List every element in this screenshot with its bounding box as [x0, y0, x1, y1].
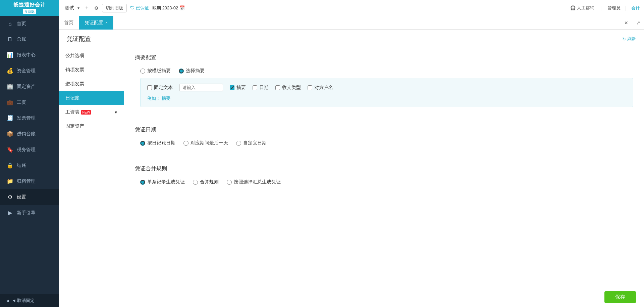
- radio-template-input[interactable]: [140, 69, 145, 74]
- project-name: 测试: [65, 5, 74, 11]
- radio-template-label[interactable]: 按模版摘要: [140, 68, 171, 74]
- left-menu-payroll[interactable]: 工资表 NEW ▾: [59, 105, 124, 119]
- radio-journal-date-input[interactable]: [140, 141, 145, 146]
- summary-section: 摘要配置 按模版摘要 选择摘要: [135, 54, 633, 107]
- sidebar-item-settings[interactable]: ⚙ 设置: [0, 189, 59, 205]
- radio-journal-date-label[interactable]: 按日记账日期: [140, 140, 175, 146]
- merge-section: 凭证合并规则 单条记录生成凭证 合并规则: [135, 165, 633, 185]
- radio-period-last-text: 对应期间最后一天: [191, 140, 228, 146]
- radio-period-last-input[interactable]: [183, 141, 189, 146]
- new-badge: NEW: [81, 110, 91, 115]
- tab-voucher-config[interactable]: 凭证配置 ×: [79, 16, 113, 30]
- checkbox-payment-input[interactable]: [275, 85, 280, 90]
- radio-merge-label[interactable]: 合并规则: [193, 179, 219, 185]
- radio-single-input[interactable]: [140, 180, 145, 185]
- tax-icon: 🔖: [7, 146, 13, 153]
- sidebar-item-report[interactable]: 📊 报表中心: [0, 47, 59, 63]
- settings-icon[interactable]: ⚙: [94, 5, 99, 11]
- radio-select-text: 选择摘要: [186, 68, 205, 74]
- invoice-icon: 🧾: [7, 115, 13, 121]
- radio-period-last-label[interactable]: 对应期间最后一天: [183, 140, 228, 146]
- certified-badge: 🛡 已认证: [130, 5, 149, 11]
- radio-custom-date-input[interactable]: [236, 141, 241, 146]
- old-version-button[interactable]: 切到旧版: [102, 4, 127, 12]
- radio-merge-input[interactable]: [193, 180, 198, 185]
- checkbox-counterpart-input[interactable]: [308, 85, 312, 90]
- logo-title: 畅捷通好会计: [13, 2, 46, 8]
- checkbox-summary-label[interactable]: 摘要: [230, 85, 246, 91]
- consult-button[interactable]: 🎧 人工咨询: [570, 5, 594, 11]
- checkbox-counterpart-label[interactable]: 对方户名: [308, 85, 333, 91]
- merge-radio-group: 单条记录生成凭证 合并规则 按照选择汇总生成凭证: [140, 179, 633, 185]
- cancel-fixed-label: ◄ 取消固定: [12, 298, 35, 304]
- radio-single-text: 单条记录生成凭证: [147, 179, 185, 185]
- left-menu-purchase-invoice[interactable]: 进项发票: [59, 77, 124, 91]
- sidebar-item-home[interactable]: ⌂ 首页: [0, 16, 59, 32]
- tab-bar-expand-button[interactable]: ⤢: [632, 16, 644, 30]
- cancel-fixed-button[interactable]: ◄ ◄ 取消固定: [0, 294, 59, 307]
- sidebar-label-settings: 设置: [17, 194, 26, 200]
- page-header: 凭证配置 ↻ 刷新: [59, 30, 644, 46]
- add-icon[interactable]: ＋: [84, 4, 90, 11]
- radio-select-label[interactable]: 选择摘要: [179, 68, 205, 74]
- left-menu-journal[interactable]: 日记账: [59, 91, 124, 105]
- summary-options: 固定文本 摘要 日期: [147, 84, 626, 91]
- radio-select-input[interactable]: [179, 69, 184, 74]
- radio-summary-label[interactable]: 按照选择汇总生成凭证: [227, 179, 281, 185]
- summary-config-box: 固定文本 摘要 日期: [140, 78, 633, 107]
- left-menu-fixed-assets[interactable]: 固定资产: [59, 119, 124, 133]
- checkbox-fixed-text-input[interactable]: [147, 85, 152, 90]
- sidebar-item-invoice[interactable]: 🧾 发票管理: [0, 110, 59, 126]
- accountant-label[interactable]: 会计: [631, 5, 640, 11]
- home-icon: ⌂: [7, 21, 13, 27]
- sales-icon: 📦: [7, 131, 13, 137]
- example-prefix: 例如：: [147, 96, 160, 101]
- checkbox-date-input[interactable]: [253, 85, 257, 90]
- sidebar-item-close[interactable]: 🔒 结账: [0, 158, 59, 173]
- refresh-label: 刷新: [627, 36, 636, 42]
- example-text: 例如： 摘要: [147, 95, 626, 101]
- sidebar-item-tax[interactable]: 🔖 税务管理: [0, 142, 59, 158]
- sidebar-label-home: 首页: [17, 21, 26, 27]
- checkbox-fixed-text-label[interactable]: 固定文本: [147, 85, 173, 91]
- tab-close-icon[interactable]: ×: [105, 20, 108, 25]
- sidebar-item-sales[interactable]: 📦 进销台账: [0, 126, 59, 142]
- sidebar-item-capital[interactable]: 💰 资金管理: [0, 63, 59, 79]
- checkbox-summary-text: 摘要: [236, 85, 246, 91]
- checkbox-summary-input[interactable]: [230, 85, 234, 90]
- divider-3: [135, 196, 633, 196]
- admin-label[interactable]: 管理员: [607, 5, 621, 11]
- sidebar-label-guide: 新手引导: [17, 210, 36, 216]
- summary-section-title: 摘要配置: [135, 54, 633, 61]
- left-menu-public[interactable]: 公共选项: [59, 49, 124, 63]
- close-ledger-icon: 🔒: [7, 162, 13, 169]
- sidebar-item-guide[interactable]: ▶ 新手引导: [0, 205, 59, 221]
- dropdown-icon[interactable]: ▾: [77, 6, 79, 10]
- save-bar: 保存: [124, 287, 644, 307]
- tab-home[interactable]: 首页: [59, 16, 79, 30]
- sidebar-item-salary[interactable]: 💼 工资: [0, 94, 59, 110]
- tab-bar: 首页 凭证配置 × ✕ ⤢: [59, 16, 644, 30]
- menu-label-sales-invoice: 销项发票: [65, 67, 84, 73]
- fixed-text-field[interactable]: [179, 84, 223, 91]
- radio-template-text: 按模版摘要: [147, 68, 171, 74]
- left-menu-sales-invoice[interactable]: 销项发票: [59, 63, 124, 77]
- tab-bar-close-button[interactable]: ✕: [620, 16, 632, 30]
- sidebar-item-assets[interactable]: 🏢 固定资产: [0, 79, 59, 94]
- sidebar-item-ledger[interactable]: 🗒 总账: [0, 32, 59, 47]
- save-button[interactable]: 保存: [604, 291, 636, 303]
- radio-single-label[interactable]: 单条记录生成凭证: [140, 179, 185, 185]
- sidebar-item-archive[interactable]: 📁 归档管理: [0, 173, 59, 189]
- summary-radio-group: 按模版摘要 选择摘要: [140, 68, 633, 74]
- sidebar-label-close: 结账: [17, 163, 26, 169]
- radio-summary-input[interactable]: [227, 180, 232, 185]
- date-radio-group: 按日记账日期 对应期间最后一天 自定义日期: [140, 140, 633, 146]
- checkbox-payment-text: 收支类型: [282, 85, 301, 91]
- chevron-down-icon: ▾: [115, 109, 117, 115]
- menu-label-journal: 日记账: [65, 95, 79, 101]
- radio-custom-date-label[interactable]: 自定义日期: [236, 140, 267, 146]
- checkbox-date-label[interactable]: 日期: [253, 85, 269, 91]
- refresh-button[interactable]: ↻ 刷新: [622, 36, 636, 42]
- checkbox-payment-label[interactable]: 收支类型: [275, 85, 301, 91]
- content-area: 首页 凭证配置 × ✕ ⤢ 凭证配置 ↻ 刷新 公共选项: [59, 16, 644, 307]
